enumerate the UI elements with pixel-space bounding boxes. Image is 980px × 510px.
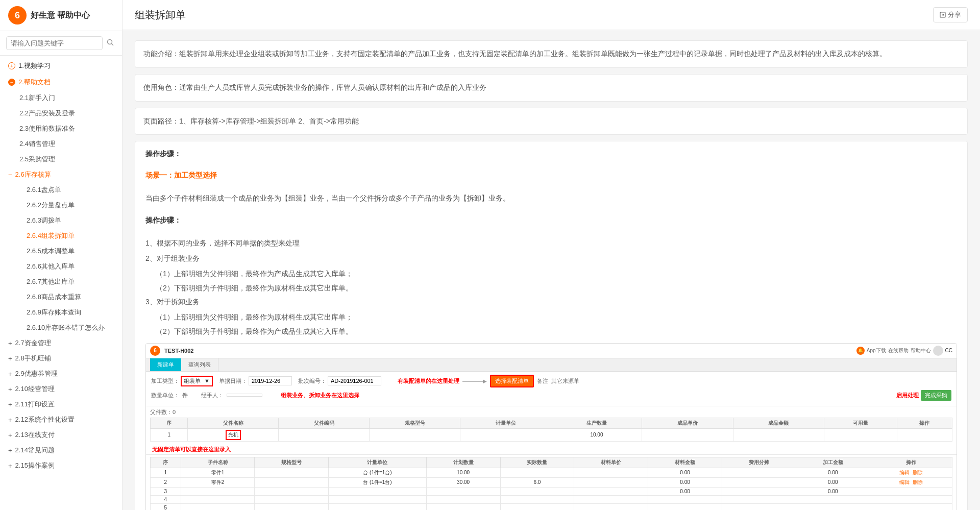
table-row: 5 bbox=[151, 503, 952, 510]
ss-date-input[interactable] bbox=[249, 376, 292, 385]
plus-icon-2-14: + bbox=[8, 447, 12, 454]
ss-select-btn[interactable]: 选择装配清单 bbox=[490, 375, 534, 387]
ss-confirm-btn[interactable]: 完成采购 bbox=[921, 390, 951, 401]
steps-heading: 操作步骤： bbox=[145, 150, 957, 159]
sidebar-item-2-14[interactable]: + 2.14常见问题 bbox=[0, 443, 122, 458]
nav-section: + 1.视频学习 − 2.帮助文档 2.1新手入门 2.2产品安装及登录 2.3… bbox=[0, 56, 122, 475]
sidebar-item-2-9[interactable]: + 2.9优惠券管理 bbox=[0, 366, 122, 381]
sidebar-item-2-6-10[interactable]: 2.6.10库存账本错了怎么办 bbox=[0, 320, 122, 335]
ss-lower-table: 序 子件名称 规格型号 计量单位 计划数量 实际数量 材料单价 材料金额 费用分… bbox=[150, 457, 952, 510]
ss-batch-input[interactable] bbox=[328, 376, 381, 385]
step1: 1、根据不同的业务，选择不同单据的类型来处理 bbox=[145, 237, 957, 250]
ss-annotation2: 组装业务、拆卸业务在这里选择 bbox=[281, 392, 359, 399]
nav-label: 2.帮助文档 bbox=[18, 78, 51, 87]
table-row: 1 光机 10.00 bbox=[151, 428, 952, 441]
sidebar-item-2-7[interactable]: + 2.7资金管理 bbox=[0, 335, 122, 351]
sidebar-item-2-6[interactable]: − 2.6库存核算 bbox=[0, 167, 122, 182]
ss-table-header: 父件数：0 bbox=[150, 408, 952, 416]
share-button[interactable]: 分享 bbox=[933, 7, 968, 22]
table-row: 4 bbox=[151, 495, 952, 503]
ss-type-field: 加工类型： 组装单 ▼ bbox=[151, 376, 213, 386]
sidebar-item-2-4[interactable]: 2.4销售管理 bbox=[0, 136, 122, 152]
sidebar-item-2-8[interactable]: + 2.8手机旺铺 bbox=[0, 351, 122, 366]
sidebar-item-2-6-6[interactable]: 2.6.6其他入库单 bbox=[0, 259, 122, 274]
page-title: 组装拆卸单 bbox=[135, 8, 186, 22]
sidebar-item-1[interactable]: + 1.视频学习 bbox=[0, 58, 122, 74]
search-box bbox=[0, 31, 122, 56]
step2-sub2: （2）下部明细为子件明细，最终作为原材料生成其它出库单。 bbox=[145, 282, 957, 295]
sidebar-item-2-6-1[interactable]: 2.6.1盘点单 bbox=[0, 182, 122, 198]
sidebar-item-2-1[interactable]: 2.1新手入门 bbox=[0, 90, 122, 106]
plus-icon-2-11: + bbox=[8, 401, 12, 408]
ss-annotation1: 有装配清单的在这里处理 bbox=[398, 377, 459, 385]
ss-logo: 6 bbox=[150, 346, 160, 356]
sidebar: 6 好生意 帮助中心 + 1.视频学习 − 2.帮助文档 2.1新手入门 2.2… bbox=[0, 0, 122, 510]
steps-label: 操作步骤： bbox=[145, 216, 957, 225]
content-area: 功能介绍：组装拆卸单用来处理企业组装或拆卸等加工业务，支持有固定装配清单的产品加… bbox=[122, 30, 980, 510]
sidebar-item-2-6-3[interactable]: 2.6.3调拨单 bbox=[0, 213, 122, 228]
screenshot: 6 TEST-H002 🔔 App下载 在线帮助 帮助中心 CC bbox=[145, 343, 957, 510]
share-icon bbox=[940, 12, 946, 18]
plus-icon-2-12: + bbox=[8, 416, 12, 424]
ss-bell-icon: 🔔 bbox=[856, 347, 865, 355]
steps-section: 操作步骤： 场景一：加工类型选择 当由多个子件材料组装成一个成品的业务为【组装】… bbox=[135, 141, 968, 510]
scene1-desc: 当由多个子件材料组装成一个成品的业务为【组装】业务，当由一个父件拆分成多个子产品… bbox=[145, 192, 957, 205]
plus-icon-2-8: + bbox=[8, 355, 12, 362]
ss-annotation4: 无固定清单可以直接在这里录入 bbox=[152, 446, 231, 452]
ss-handler-field[interactable] bbox=[227, 394, 262, 397]
sidebar-item-2-15[interactable]: + 2.15操作案例 bbox=[0, 458, 122, 473]
ss-topbar: 6 TEST-H002 🔔 App下载 在线帮助 帮助中心 CC bbox=[146, 344, 957, 358]
plus-icon-2-13: + bbox=[8, 431, 12, 439]
ss-upper-table: 序 父件名称 父件编码 规格型号 计量单位 生产数量 成品单价 成品金额 可用量 bbox=[150, 418, 952, 442]
table-row: 2 零件2 台 (1件=1台) 30.00 6.0 0.00 0.00 bbox=[151, 477, 952, 487]
collapse-icon: − bbox=[8, 79, 15, 86]
sidebar-item-2-13[interactable]: + 2.13在线支付 bbox=[0, 427, 122, 443]
plus-icon-2-9: + bbox=[8, 370, 12, 378]
sidebar-item-2-3[interactable]: 2.3使用前数据准备 bbox=[0, 121, 122, 136]
ss-date-field: 单据日期： bbox=[219, 376, 292, 385]
ss-topbar-right: 🔔 App下载 在线帮助 帮助中心 CC bbox=[856, 346, 952, 356]
search-button[interactable] bbox=[105, 37, 116, 50]
ss-parent-item-cell[interactable]: 光机 bbox=[226, 430, 241, 440]
table-row: 1 零件1 台 (1件=1台) 10.00 0.00 0.00 bbox=[151, 468, 952, 477]
ss-user: CC bbox=[945, 348, 952, 353]
search-input[interactable] bbox=[6, 36, 103, 50]
ss-topbar-id: TEST-H002 bbox=[164, 348, 193, 354]
sidebar-item-2-6-8[interactable]: 2.6.8商品成本重算 bbox=[0, 289, 122, 305]
ss-type-selector[interactable]: 组装单 ▼ bbox=[181, 376, 213, 386]
ss-table-lower: 序 子件名称 规格型号 计量单位 计划数量 实际数量 材料单价 材料金额 费用分… bbox=[146, 454, 957, 510]
svg-point-0 bbox=[108, 40, 112, 44]
sidebar-item-2-10[interactable]: + 2.10经营管理 bbox=[0, 381, 122, 397]
nav-label: 1.视频学习 bbox=[18, 61, 51, 70]
screenshot-inner: 6 TEST-H002 🔔 App下载 在线帮助 帮助中心 CC bbox=[146, 344, 957, 510]
sidebar-item-2-6-7[interactable]: 2.6.7其他出库单 bbox=[0, 274, 122, 289]
step2-sub1: （1）上部明细为父件明细，最终作为产成品生成其它入库单； bbox=[145, 268, 957, 280]
sidebar-item-2[interactable]: − 2.帮助文档 bbox=[0, 74, 122, 90]
intro-block-3: 页面路径：1、库存核算->库存管理->组装拆卸单 2、首页->常用功能 bbox=[135, 108, 968, 135]
intro-block-2: 使用角色：通常由生产人员或库管人员完成拆装业务的操作，库管人员确认原材料的出库和… bbox=[135, 74, 968, 102]
sidebar-item-2-6-5[interactable]: 2.6.5成本调整单 bbox=[0, 244, 122, 259]
collapse-icon-2-6: − bbox=[8, 171, 12, 179]
table-row: 30.000.00 bbox=[151, 487, 952, 495]
ss-apptext: App下载 bbox=[867, 347, 886, 354]
sidebar-item-2-6-9[interactable]: 2.6.9库存账本查询 bbox=[0, 305, 122, 320]
step3-sub1: （1）上部明细为父件明细，最终作为原材料生成其它出库单； bbox=[145, 311, 957, 324]
plus-icon-2-10: + bbox=[8, 385, 12, 393]
sidebar-item-2-5[interactable]: 2.5采购管理 bbox=[0, 152, 122, 167]
ss-batch-field: 批次编号： bbox=[298, 376, 381, 385]
ss-tab-list[interactable]: 查询列表 bbox=[181, 358, 218, 371]
ss-tab-new[interactable]: 新建单 bbox=[150, 358, 181, 371]
expand-icon: + bbox=[8, 62, 15, 69]
sidebar-item-2-11[interactable]: + 2.11打印设置 bbox=[0, 397, 122, 412]
sidebar-item-2-6-4[interactable]: 2.6.4组装拆卸单 bbox=[0, 228, 122, 244]
ss-warehouse-row: 数量单位： 件 经手人： 组装业务、拆卸业务在这里选择 启用处理 完 bbox=[151, 390, 951, 401]
intro-block-1: 功能介绍：组装拆卸单用来处理企业组装或拆卸等加工业务，支持有固定装配清单的产品加… bbox=[135, 40, 968, 68]
ss-avatar bbox=[933, 346, 943, 356]
ss-tabs-row: 新建单 查询列表 bbox=[146, 358, 957, 372]
plus-icon-2-7: + bbox=[8, 339, 12, 347]
ss-annotation2-area: 组装业务、拆卸业务在这里选择 bbox=[281, 392, 359, 399]
sidebar-item-2-12[interactable]: + 2.12系统个性化设置 bbox=[0, 412, 122, 427]
ss-form-area: 加工类型： 组装单 ▼ 单据日期： 批次编 bbox=[146, 372, 957, 406]
sidebar-item-2-2[interactable]: 2.2产品安装及登录 bbox=[0, 106, 122, 121]
sidebar-item-2-6-2[interactable]: 2.6.2分量盘点单 bbox=[0, 198, 122, 213]
